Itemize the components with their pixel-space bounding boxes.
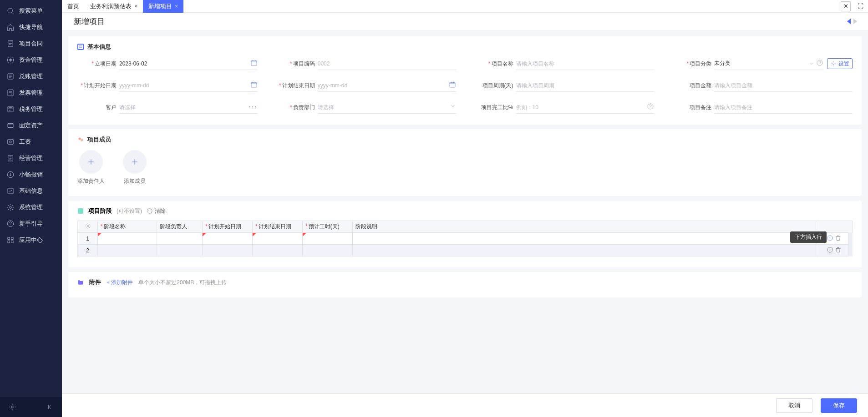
add-owner-button[interactable] <box>79 150 103 174</box>
cell-phase-owner[interactable] <box>157 245 203 256</box>
svg-rect-17 <box>11 241 14 243</box>
sidebar-item-invoice[interactable]: 发票管理 <box>0 85 62 101</box>
sidebar-item-label: 项目合同 <box>19 40 43 48</box>
sidebar-item-guide[interactable]: 新手引导 <box>0 216 62 232</box>
sidebar-item-sys[interactable]: 系统管理 <box>0 199 62 216</box>
help-icon[interactable] <box>816 59 823 68</box>
sidebar-item-contract[interactable]: 项目合同 <box>0 35 62 52</box>
remark-input[interactable] <box>714 101 853 114</box>
sidebar-item-expense[interactable]: 小畅报销 <box>0 166 62 183</box>
cell-plan-start[interactable] <box>203 245 253 256</box>
period-input[interactable] <box>516 79 655 92</box>
sidebar-item-fund[interactable]: 资金管理 <box>0 52 62 68</box>
svg-rect-7 <box>7 140 14 145</box>
plan-start-input[interactable] <box>119 79 258 92</box>
table-config-header[interactable] <box>78 221 98 233</box>
chevron-down-icon[interactable] <box>450 103 456 111</box>
cell-hours[interactable] <box>303 233 353 245</box>
sidebar-item-asset[interactable]: 固定资产 <box>0 117 62 134</box>
form-label: 负责部门 <box>293 104 315 111</box>
phase-table: *阶段名称 阶段负责人 *计划开始日期 *计划结束日期 *预计工时(天) 阶段说… <box>77 221 853 256</box>
fund-icon <box>6 56 15 64</box>
sidebar-item-apps[interactable]: 应用中心 <box>0 232 62 248</box>
cell-phase-name[interactable] <box>98 233 157 245</box>
sidebar-search[interactable]: 搜索菜单 <box>0 3 62 19</box>
sidebar-item-label: 总账管理 <box>19 72 43 80</box>
home-icon <box>6 23 15 31</box>
table-row[interactable]: 2 <box>78 245 853 256</box>
tab-close-icon[interactable]: × <box>175 3 178 10</box>
code-input[interactable] <box>318 57 456 70</box>
gear-icon <box>6 203 15 211</box>
calendar-icon[interactable] <box>250 59 258 68</box>
prev-record-button[interactable] <box>847 19 851 24</box>
cancel-button[interactable]: 取消 <box>776 398 812 413</box>
row-delete-button[interactable] <box>835 236 842 243</box>
next-record-button[interactable] <box>853 19 857 24</box>
chevron-down-icon[interactable] <box>809 60 814 68</box>
content-scroll[interactable]: 基本信息 *立项日期 *项目编码 <box>62 32 868 393</box>
sidebar-item-label: 小畅报销 <box>19 171 43 179</box>
tab-close-icon[interactable]: × <box>134 3 137 10</box>
row-delete-button[interactable] <box>835 248 842 255</box>
customer-select[interactable] <box>119 101 258 114</box>
table-row[interactable]: 1 下方插入行 <box>78 233 853 245</box>
form-label: 项目周期(天) <box>482 82 513 89</box>
dept-select[interactable] <box>318 101 456 114</box>
phases-clear-button[interactable]: 清除 <box>147 207 166 215</box>
row-insert-button[interactable] <box>827 236 833 243</box>
category-select[interactable] <box>714 57 823 70</box>
sidebar-item-info[interactable]: 基础信息 <box>0 183 62 199</box>
sidebar-item-label: 发票管理 <box>19 89 43 97</box>
sidebar-item-biz[interactable]: 经营管理 <box>0 150 62 166</box>
sidebar-item-ledger[interactable]: 总账管理 <box>0 68 62 85</box>
form-label: 项目编码 <box>293 60 315 67</box>
cell-hours[interactable] <box>303 245 353 256</box>
collapse-icon[interactable] <box>46 403 54 411</box>
phases-subtitle: (可不设置) <box>117 207 142 215</box>
sidebar-item-label: 工资 <box>19 138 31 146</box>
cell-desc[interactable] <box>353 245 816 256</box>
cell-plan-end[interactable] <box>253 245 303 256</box>
add-member-button[interactable] <box>123 150 147 174</box>
tab-new-project[interactable]: 新增项目 × <box>143 0 183 13</box>
col-phase-name: *阶段名称 <box>98 221 157 233</box>
row-number: 2 <box>78 245 98 256</box>
amount-input[interactable] <box>714 79 853 92</box>
cell-plan-end[interactable] <box>253 233 303 245</box>
section-bullet-icon <box>77 44 84 50</box>
svg-rect-5 <box>8 106 13 112</box>
contract-icon <box>6 40 15 48</box>
category-settings-button[interactable]: 设置 <box>827 58 853 69</box>
add-attachment-button[interactable]: + 添加附件 <box>107 279 133 286</box>
cell-phase-owner[interactable] <box>157 233 203 245</box>
sidebar-item-salary[interactable]: 工资 <box>0 134 62 150</box>
date-input[interactable] <box>119 57 258 70</box>
cell-phase-name[interactable] <box>98 245 157 256</box>
window-close-button[interactable]: ✕ <box>841 1 851 11</box>
table-scrollbar[interactable] <box>848 232 853 256</box>
svg-point-8 <box>10 141 12 143</box>
more-icon[interactable]: ··· <box>249 103 257 111</box>
sidebar-item-tax[interactable]: 税务管理 <box>0 101 62 117</box>
cell-ops: 下方插入行 <box>816 233 853 245</box>
tab-home[interactable]: 首页 <box>62 0 85 13</box>
help-icon[interactable] <box>647 103 654 112</box>
name-input[interactable] <box>516 57 655 70</box>
save-button[interactable]: 保存 <box>821 398 857 413</box>
svg-rect-23 <box>251 82 257 87</box>
sidebar-item-label: 资金管理 <box>19 56 43 64</box>
progress-input[interactable] <box>516 101 655 114</box>
calendar-icon[interactable] <box>250 81 258 90</box>
cell-plan-start[interactable] <box>203 233 253 245</box>
plan-end-input[interactable] <box>318 79 456 92</box>
phase-icon <box>77 208 84 214</box>
section-title: 项目阶段 <box>88 207 112 215</box>
tab-profit-estimate[interactable]: 业务利润预估表 × <box>85 0 143 13</box>
cell-desc[interactable] <box>353 233 816 245</box>
row-insert-button[interactable] <box>827 248 833 255</box>
settings-icon[interactable] <box>8 403 16 411</box>
window-fullscreen-button[interactable]: ⛶ <box>855 1 865 11</box>
calendar-icon[interactable] <box>449 81 456 90</box>
sidebar-item-quicknav[interactable]: 快捷导航 <box>0 19 62 35</box>
